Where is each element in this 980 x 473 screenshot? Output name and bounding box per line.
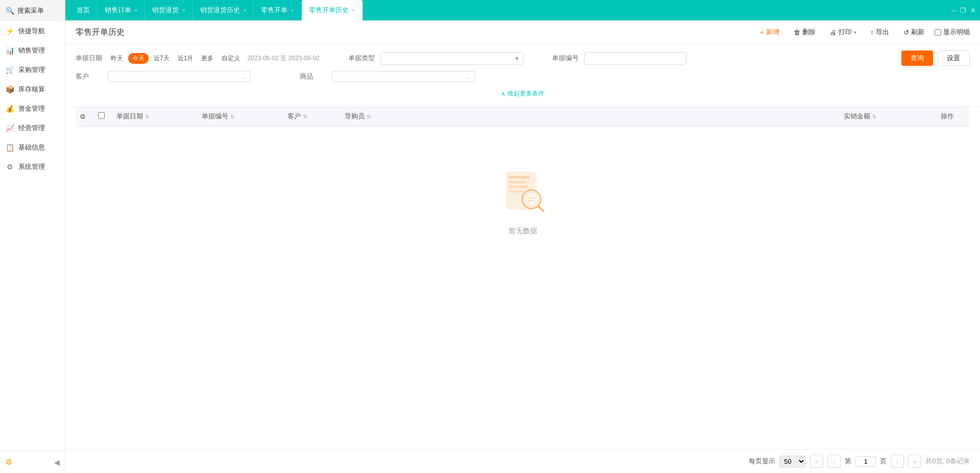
close-btn[interactable]: ✕ <box>970 7 976 14</box>
select-all-checkbox[interactable] <box>98 112 105 119</box>
tab-sales-order-close[interactable]: × <box>134 7 137 13</box>
tab-sales-order[interactable]: 销售订单 × <box>98 0 145 20</box>
svg-rect-1 <box>508 176 530 179</box>
sidebar-search[interactable]: 🔍 搜索采单 <box>0 0 65 21</box>
first-page-btn[interactable]: « <box>810 455 823 468</box>
customer-filter: 客户 … <box>76 71 251 82</box>
minimize-btn[interactable]: ─ <box>951 7 956 14</box>
th-guide[interactable]: 导购员 ⇅ <box>341 107 412 127</box>
sidebar-item-sys-mgmt[interactable]: ⚙ 系统管理 <box>0 157 65 177</box>
setting-button[interactable]: 设置 <box>937 51 970 66</box>
th-settings[interactable]: ⚙ <box>76 107 94 127</box>
order-num-input[interactable] <box>584 52 686 65</box>
sidebar-item-purchase-mgmt[interactable]: 🛒 采购管理 <box>0 60 65 80</box>
tab-sales-return-close[interactable]: × <box>182 7 185 13</box>
display-detail-input[interactable] <box>935 29 941 36</box>
th-customer-sort[interactable]: 客户 ⇅ <box>288 112 337 121</box>
page-size-select[interactable]: 50 20 100 <box>779 456 806 467</box>
export-button[interactable]: ↑ 导出 <box>867 26 894 39</box>
th-date-label: 单据日期 <box>116 112 143 121</box>
customer-filter-input[interactable]: … <box>108 71 251 82</box>
th-checkbox[interactable] <box>94 107 112 127</box>
prev-page-btn[interactable]: ‹ <box>827 455 841 468</box>
settings-bottom-icon[interactable]: ⚙ <box>5 457 12 467</box>
tab-retail-history-label: 零售开单历史 <box>309 6 349 15</box>
sidebar-search-label: 搜索采单 <box>17 6 44 15</box>
sidebar-bottom: ⚙ ◀ <box>0 451 65 473</box>
add-button[interactable]: + 新增 <box>756 26 783 39</box>
tab-retail-history-close[interactable]: × <box>352 7 355 13</box>
empty-text: 暂无数据 <box>509 227 537 236</box>
tab-sales-return[interactable]: 销货退货 × <box>145 0 193 20</box>
refresh-button[interactable]: ↺ 刷新 <box>899 26 928 39</box>
date-filter: 单据日期 昨天 今天 近7天 近1月 更多 自定义 2023-06-02 至 2… <box>76 53 320 64</box>
empty-cell: 暂无数据 <box>76 127 970 277</box>
date-more[interactable]: 更多 <box>198 53 217 64</box>
page-num-input[interactable] <box>855 456 876 467</box>
th-date[interactable]: 单据日期 ⇅ <box>112 107 198 127</box>
type-filter-select[interactable]: ▾ <box>380 52 523 65</box>
tab-home[interactable]: 首页 <box>69 0 98 20</box>
th-customer[interactable]: 客户 ⇅ <box>283 107 341 127</box>
th-amount[interactable]: 实销金额 ⇅ <box>840 107 925 127</box>
sidebar-item-label: 系统管理 <box>18 162 45 171</box>
empty-state: 暂无数据 <box>76 127 970 277</box>
th-action-label: 操作 <box>941 112 954 120</box>
last-page-btn[interactable]: » <box>908 455 921 468</box>
export-icon: ↑ <box>871 29 874 36</box>
sidebar: 🔍 搜索采单 ⚡ 快捷导航 📊 销售管理 🛒 采购管理 📦 库存核算 💰 资金管… <box>0 0 65 473</box>
tab-sales-return-history[interactable]: 销货退货历史 × <box>193 0 254 20</box>
th-num[interactable]: 单据编号 ⇅ <box>198 107 283 127</box>
tab-retail-open-close[interactable]: × <box>291 7 294 13</box>
query-button[interactable]: 查询 <box>901 51 933 66</box>
date-today[interactable]: 今天 <box>128 53 149 64</box>
tab-sales-return-history-close[interactable]: × <box>243 7 246 13</box>
sidebar-collapse-icon[interactable]: ◀ <box>54 458 60 466</box>
prev-page-icon: ‹ <box>833 458 835 465</box>
date-1month[interactable]: 近1月 <box>175 53 197 64</box>
sidebar-item-label: 资金管理 <box>18 104 45 113</box>
th-num-label: 单据编号 <box>202 112 228 121</box>
delete-button[interactable]: 🗑 删除 <box>790 26 820 39</box>
sales-mgmt-icon: 📊 <box>5 46 14 55</box>
sort-icon-amount: ⇅ <box>872 114 876 119</box>
add-icon: + <box>760 29 764 36</box>
restore-btn[interactable]: ❐ <box>960 7 966 14</box>
next-page-btn[interactable]: › <box>891 455 904 468</box>
sidebar-item-quick-nav[interactable]: ⚡ 快捷导航 <box>0 21 65 41</box>
page-title: 零售开单历史 <box>76 27 125 38</box>
collapse-row: ∧ 收起更多条件 <box>76 87 970 100</box>
date-custom[interactable]: 自定义 <box>219 53 243 64</box>
window-controls: ─ ❐ ✕ <box>951 7 976 14</box>
data-table: ⚙ 单据日期 ⇅ 单据编号 <box>76 107 970 277</box>
collapse-button[interactable]: ∧ 收起更多条件 <box>495 87 551 100</box>
refresh-icon: ↺ <box>903 29 909 36</box>
th-action: 操作 <box>925 107 970 127</box>
svg-rect-4 <box>508 190 523 192</box>
print-button[interactable]: 🖨 打印 ▾ <box>826 26 861 39</box>
collapse-label: 收起更多条件 <box>508 89 544 98</box>
sidebar-item-label: 快捷导航 <box>18 27 45 36</box>
product-filter-input[interactable]: … <box>332 71 475 82</box>
th-amount-sort[interactable]: 实销金额 ⇅ <box>844 112 921 121</box>
tab-retail-history[interactable]: 零售开单历史 × <box>302 0 363 20</box>
sidebar-item-operations[interactable]: 📈 经营管理 <box>0 118 65 138</box>
th-date-sort[interactable]: 单据日期 ⇅ <box>116 112 194 121</box>
tab-home-label: 首页 <box>77 6 90 15</box>
th-num-sort[interactable]: 单据编号 ⇅ <box>202 112 279 121</box>
display-detail-checkbox[interactable]: 显示明细 <box>935 28 970 37</box>
table-settings-icon[interactable]: ⚙ <box>80 113 86 120</box>
sidebar-item-finance[interactable]: 💰 资金管理 <box>0 99 65 118</box>
th-guide-sort[interactable]: 导购员 ⇅ <box>345 112 408 121</box>
export-label: 导出 <box>876 28 889 37</box>
date-7days[interactable]: 近7天 <box>151 53 173 64</box>
sidebar-item-sales-mgmt[interactable]: 📊 销售管理 <box>0 41 65 60</box>
date-quick-buttons: 昨天 今天 近7天 近1月 更多 自定义 <box>108 53 243 64</box>
date-yesterday[interactable]: 昨天 <box>108 53 126 64</box>
purchase-mgmt-icon: 🛒 <box>5 65 14 74</box>
product-more-btn: … <box>465 73 470 80</box>
tab-retail-open[interactable]: 零售开单 × <box>254 0 301 20</box>
filter-row-2: 客户 … 商品 … <box>76 71 970 82</box>
sidebar-item-basic-info[interactable]: 📋 基础信息 <box>0 138 65 157</box>
sidebar-item-inventory[interactable]: 📦 库存核算 <box>0 80 65 99</box>
